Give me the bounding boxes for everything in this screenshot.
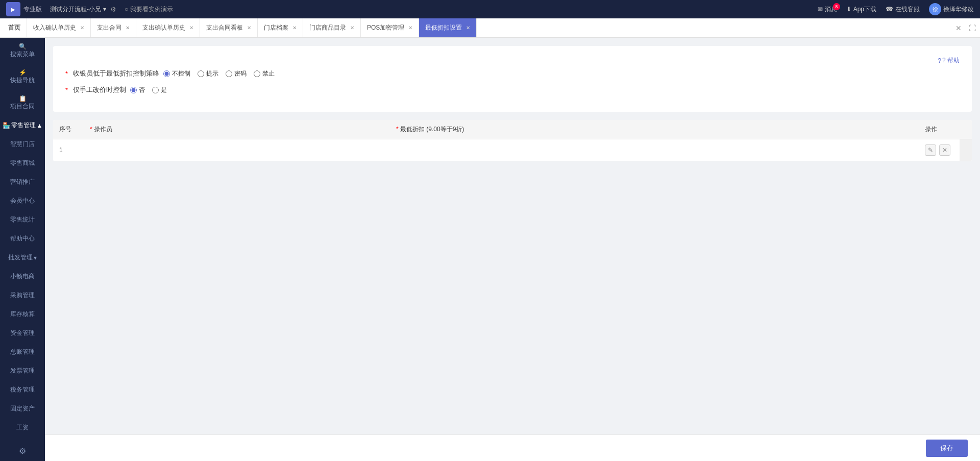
radio-no-label: 否 — [139, 86, 145, 94]
sidebar-item-quicknav-label: 快捷导航 — [2, 76, 43, 85]
cell-action: ✎ ✕ — [919, 139, 960, 161]
tab-store-archive-close[interactable]: ✕ — [292, 25, 297, 31]
sidebar-item-ledger[interactable]: 总账管理 — [0, 343, 45, 361]
tab-payment-board-close[interactable]: ✕ — [247, 25, 251, 31]
chevron-down-icon: ▾ — [103, 6, 106, 13]
sidebar-item-marketing[interactable]: 营销推广 — [0, 173, 45, 191]
customer-service-button[interactable]: ☎ 在线客服 — [886, 5, 920, 14]
help-link[interactable]: ? ? 帮助 — [938, 56, 960, 65]
sidebar-item-salary[interactable]: 工资 — [0, 418, 45, 437]
tab-store-archive-label: 门店档案 — [264, 23, 288, 32]
tabs-bar: 首页 收入确认单历史 ✕ 支出合同 ✕ 支出确认单历史 ✕ 支出合同看板 ✕ 门… — [0, 18, 980, 38]
demo-link[interactable]: ○ 我要看实例演示 — [125, 5, 173, 14]
tab-store-products[interactable]: 门店商品目录 ✕ — [303, 18, 361, 38]
radio-nocontrol-input[interactable] — [163, 70, 170, 77]
sidebar-item-retail[interactable]: 🏪 零售管理 ▲ — [0, 116, 45, 135]
save-button[interactable]: 保存 — [926, 440, 968, 457]
circle-icon: ○ — [125, 6, 128, 13]
sidebar-item-search[interactable]: 🔍 搜索菜单 — [0, 38, 45, 64]
sidebar-item-help[interactable]: 帮助中心 — [0, 229, 45, 248]
sidebar-item-retail-label: 零售管理 — [11, 121, 36, 130]
sidebar-item-smartstore-label: 智慧门店 — [2, 140, 43, 149]
radio-forbid[interactable]: 禁止 — [254, 69, 275, 78]
sidebar-item-quicknav[interactable]: ⚡ 快捷导航 — [0, 64, 45, 90]
app-download-button[interactable]: ⬇ App下载 — [846, 5, 876, 14]
radio-group-discount-control: 不控制 提示 密码 禁止 — [163, 69, 275, 78]
sidebar-item-onlineshop-label: 零售商城 — [2, 159, 43, 167]
tab-payment-board[interactable]: 支出合同看板 ✕ — [200, 18, 258, 38]
sidebar-item-tax[interactable]: 税务管理 — [0, 380, 45, 399]
sidebar-item-marketing-label: 营销推广 — [2, 178, 43, 186]
sidebar-item-invoice[interactable]: 发票管理 — [0, 361, 45, 380]
maximize-tab-button[interactable]: ⛶ — [967, 24, 978, 32]
radio-hint-input[interactable] — [198, 70, 204, 77]
required-star-2: * — [65, 86, 68, 94]
sidebar-item-salary-label: 工资 — [2, 423, 43, 432]
sidebar-item-smartstore[interactable]: 智慧门店 — [0, 135, 45, 154]
project-selector[interactable]: 测试分开流程-小兄 ▾ — [50, 5, 106, 14]
logo-icon: ▶ — [6, 2, 20, 16]
table-header-row: 序号 * 操作员 * 最低折扣 (9.00等于9折) 操作 — [53, 120, 972, 139]
tab-income-confirm[interactable]: 收入确认单历史 ✕ — [27, 18, 91, 38]
tab-pos-password-close[interactable]: ✕ — [408, 25, 412, 31]
page-content: ? ? 帮助 * 收银员低于最低折扣控制策略 不控制 — [45, 38, 980, 434]
tab-store-products-close[interactable]: ✕ — [350, 25, 354, 31]
radio-no-input[interactable] — [130, 87, 137, 93]
radio-forbid-input[interactable] — [254, 70, 260, 77]
tab-payment-contract-label: 支出合同 — [97, 23, 121, 32]
settings-icon[interactable]: ⚙ — [110, 6, 116, 13]
sidebar-item-ecommerce[interactable]: 小畅电商 — [0, 267, 45, 286]
col-header-scroll — [960, 120, 972, 139]
col-header-operator: * 操作员 — [84, 120, 390, 139]
tab-payment-confirm[interactable]: 支出确认单历史 ✕ — [136, 18, 200, 38]
footer-bar: 保存 — [45, 434, 980, 461]
tab-store-archive[interactable]: 门店档案 ✕ — [258, 18, 303, 38]
sidebar-item-search-label: 搜索菜单 — [2, 50, 43, 59]
sidebar-item-finance-label: 资金管理 — [2, 329, 43, 337]
help-icon: ? — [938, 57, 941, 64]
logo: ▶ 专业版 — [6, 2, 42, 16]
sidebar-item-finance[interactable]: 资金管理 — [0, 324, 45, 343]
tab-income-confirm-close[interactable]: ✕ — [80, 25, 84, 31]
sidebar-item-ledger-label: 总账管理 — [2, 348, 43, 356]
scroll-col — [960, 139, 972, 161]
sidebar-item-inventory[interactable]: 库存核算 — [0, 305, 45, 324]
tab-min-discount-close[interactable]: ✕ — [466, 25, 470, 31]
radio-no[interactable]: 否 — [130, 86, 145, 94]
close-tab-button[interactable]: ✕ — [953, 24, 964, 32]
top-bar: ▶ 专业版 测试分开流程-小兄 ▾ ⚙ ○ 我要看实例演示 ✉ 消息 8 ⬇ A… — [0, 0, 980, 18]
tab-pos-password[interactable]: POS加密管理 ✕ — [361, 18, 419, 38]
radio-yes[interactable]: 是 — [152, 86, 167, 94]
sidebar-item-wholesale[interactable]: 批发管理 ▾ — [0, 248, 45, 267]
tab-payment-contract[interactable]: 支出合同 ✕ — [91, 18, 136, 38]
messages-button[interactable]: ✉ 消息 8 — [818, 5, 837, 14]
sidebar-item-retailstat[interactable]: 零售统计 — [0, 210, 45, 229]
radio-hint[interactable]: 提示 — [198, 69, 218, 78]
retail-icon: 🏪 — [3, 122, 10, 129]
sidebar-item-wholesale-label: 批发管理 — [8, 253, 33, 262]
tab-min-discount[interactable]: 最低折扣设置 ✕ — [419, 18, 477, 38]
radio-password[interactable]: 密码 — [226, 69, 247, 78]
radio-forbid-label: 禁止 — [262, 69, 275, 78]
tab-home[interactable]: 首页 — [2, 18, 27, 38]
edit-row-button[interactable]: ✎ — [925, 144, 936, 156]
cell-operator — [84, 139, 390, 161]
tab-payment-contract-close[interactable]: ✕ — [126, 25, 130, 31]
table-row: 1 ✎ ✕ — [53, 139, 972, 161]
user-profile[interactable]: 徐 徐泽华修改 — [929, 3, 974, 15]
username-label: 徐泽华修改 — [943, 5, 974, 14]
delete-row-button[interactable]: ✕ — [939, 144, 950, 156]
sidebar-item-assets[interactable]: 固定资产 — [0, 399, 45, 418]
form-row-discount-control: * 收银员低于最低折扣控制策略 不控制 提示 密码 — [65, 69, 960, 78]
sidebar-item-contract[interactable]: 📋 项目合同 — [0, 90, 45, 116]
sidebar-item-member[interactable]: 会员中心 — [0, 191, 45, 210]
sidebar-gear-icon[interactable]: ⚙ — [19, 446, 26, 456]
radio-yes-input[interactable] — [152, 87, 159, 93]
project-name: 测试分开流程-小兄 — [50, 5, 101, 14]
radio-nocontrol[interactable]: 不控制 — [163, 69, 190, 78]
sidebar-item-purchase[interactable]: 采购管理 — [0, 286, 45, 305]
tab-payment-confirm-close[interactable]: ✕ — [189, 25, 193, 31]
sidebar-item-onlineshop[interactable]: 零售商城 — [0, 154, 45, 173]
app-label: App下载 — [853, 5, 876, 14]
radio-password-input[interactable] — [226, 70, 232, 77]
